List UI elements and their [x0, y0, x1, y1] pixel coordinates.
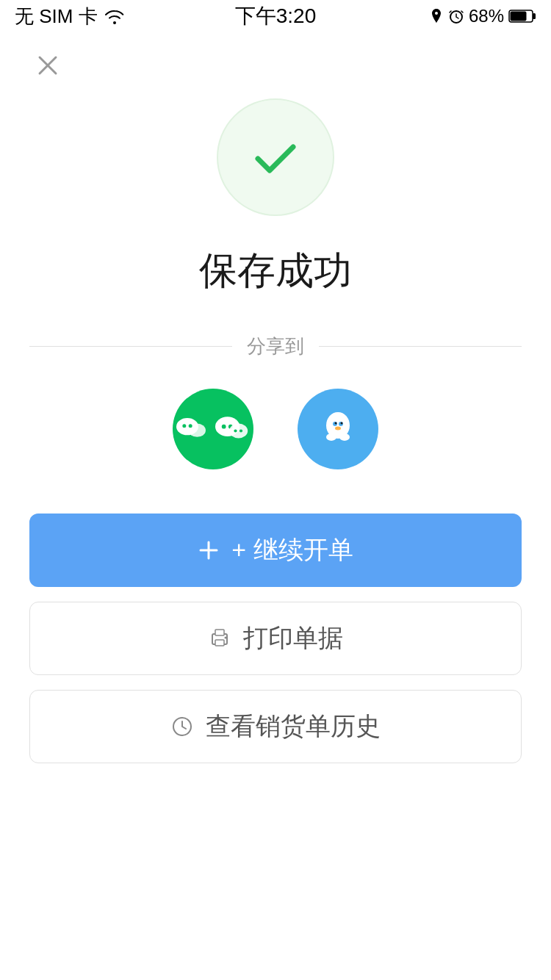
svg-rect-2	[533, 13, 536, 19]
divider-line-right	[319, 346, 522, 347]
success-title: 保存成功	[199, 245, 352, 297]
share-icons-row	[173, 389, 378, 469]
svg-rect-3	[511, 12, 527, 21]
battery-percentage: 68%	[469, 6, 504, 26]
svg-point-18	[339, 433, 350, 441]
svg-rect-29	[215, 630, 224, 635]
main-content: 保存成功 分享到	[0, 32, 551, 980]
location-icon	[429, 8, 444, 24]
svg-point-25	[335, 427, 341, 430]
wechat-icon	[173, 406, 212, 453]
svg-point-15	[240, 429, 242, 432]
action-buttons: + 继续开单 打印单据 查看销货单历史	[29, 514, 522, 763]
view-history-button[interactable]: 查看销货单历史	[29, 690, 522, 763]
svg-point-11	[222, 425, 226, 429]
alarm-icon	[448, 8, 464, 24]
print-receipt-button[interactable]: 打印单据	[29, 602, 522, 675]
divider-line-left	[29, 346, 232, 347]
svg-point-9	[189, 424, 192, 428]
plus-icon	[198, 539, 220, 561]
status-carrier-wifi: 无 SIM 卡	[15, 4, 126, 29]
status-right-icons: 68%	[429, 6, 536, 26]
printer-icon	[208, 627, 231, 650]
success-icon-circle	[217, 98, 334, 216]
wechat-logo	[212, 404, 253, 454]
status-time: 下午3:20	[235, 2, 317, 30]
share-divider: 分享到	[29, 334, 522, 359]
continue-order-button[interactable]: + 继续开单	[29, 514, 522, 587]
print-receipt-label: 打印单据	[243, 621, 343, 655]
battery-icon	[508, 9, 536, 24]
svg-point-14	[234, 429, 237, 432]
svg-point-31	[225, 637, 227, 639]
share-qq-button[interactable]	[298, 389, 378, 469]
continue-order-label: + 继续开单	[231, 533, 353, 567]
svg-point-17	[326, 433, 336, 441]
wifi-icon	[104, 8, 126, 24]
svg-rect-30	[215, 640, 224, 646]
share-label: 分享到	[247, 334, 304, 359]
clock-icon	[170, 715, 194, 738]
svg-point-24	[341, 422, 343, 425]
share-wechat-button[interactable]	[173, 389, 253, 469]
svg-point-8	[182, 424, 186, 428]
close-button[interactable]	[29, 47, 66, 84]
view-history-label: 查看销货单历史	[206, 710, 381, 743]
carrier-label: 无 SIM 卡	[15, 4, 98, 29]
checkmark-icon	[246, 128, 305, 187]
status-bar: 无 SIM 卡 下午3:20 68%	[0, 0, 551, 32]
svg-point-23	[335, 422, 337, 425]
svg-point-13	[229, 423, 248, 438]
qq-icon	[314, 405, 362, 453]
